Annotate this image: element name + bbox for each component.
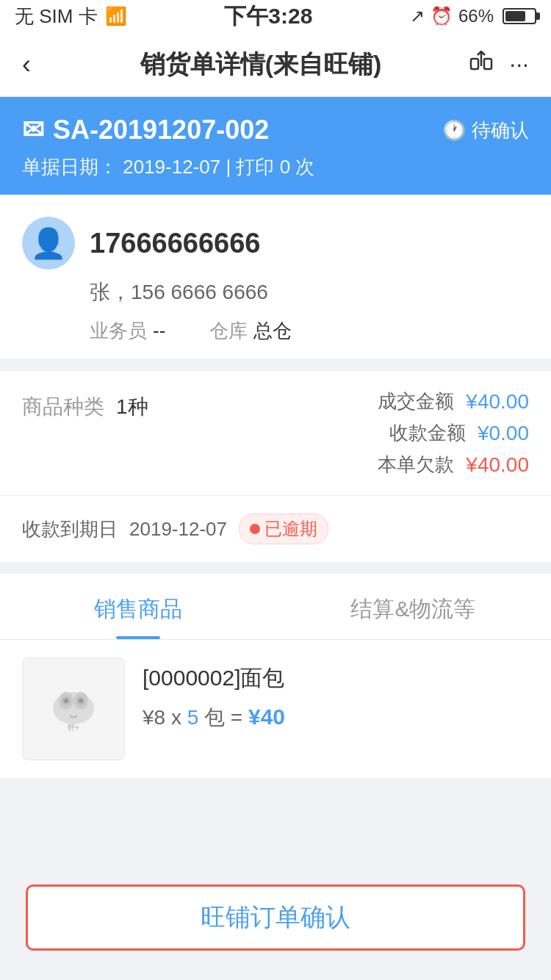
- nav-title: 销货单详情(来自旺铺): [66, 48, 455, 82]
- share-button[interactable]: [468, 48, 494, 81]
- payment-due-date: 2019-12-07: [129, 518, 227, 541]
- due-label: 本单欠款: [378, 452, 454, 478]
- time-display: 下午3:28: [224, 1, 312, 32]
- overdue-dot: [250, 524, 260, 534]
- customer-meta: 业务员 -- 仓库 总仓: [90, 318, 529, 344]
- summary-section: 商品种类 1种 成交金额 ¥40.00 收款金额 ¥0.00 本单欠款 ¥40.…: [0, 370, 551, 495]
- svg-text:野+: 野+: [68, 724, 79, 732]
- product-name: [0000002]面包: [143, 663, 529, 693]
- location-icon: ↗: [410, 6, 425, 26]
- warehouse-label: 仓库: [209, 318, 248, 344]
- product-type-label: 商品种类: [22, 393, 104, 421]
- nav-actions: ···: [455, 48, 529, 81]
- order-date: 2019-12-07: [123, 156, 220, 178]
- carrier-text: 无 SIM 卡: [15, 4, 98, 29]
- alarm-icon: ⏰: [431, 6, 453, 26]
- status-clock-icon: 🕐: [442, 119, 466, 142]
- battery-icon: [503, 8, 536, 24]
- svg-rect-0: [471, 59, 478, 69]
- product-list: 野+ [0000002]面包 ¥8 x 5 包 = ¥40: [0, 640, 551, 778]
- customer-name: 张，156 6666 6666: [90, 278, 529, 306]
- summary-right: 成交金额 ¥40.00 收款金额 ¥0.00 本单欠款 ¥40.00: [378, 389, 529, 478]
- product-type-count: 1种: [116, 393, 148, 421]
- payment-due-label: 收款到期日: [22, 516, 118, 542]
- warehouse-item: 仓库 总仓: [209, 318, 292, 344]
- unit-price: ¥8: [143, 706, 165, 729]
- order-status: 🕐 待确认: [442, 118, 529, 143]
- wifi-icon: 📶: [105, 6, 127, 26]
- order-id-text: SA-20191207-002: [53, 115, 269, 145]
- avatar-icon: 👤: [30, 226, 67, 261]
- tab-sales-products[interactable]: 销售商品: [0, 574, 276, 639]
- warehouse-value: 总仓: [253, 318, 292, 344]
- print-unit: 次: [295, 156, 314, 178]
- tabs-section: 销售商品 结算&物流等: [0, 574, 551, 778]
- total-price: ¥40: [248, 705, 285, 729]
- confirm-button-wrap: 旺铺订单确认: [26, 884, 525, 951]
- status-right: ↗ ⏰ 66%: [410, 6, 536, 26]
- print-count: 0: [280, 156, 290, 178]
- product-image-placeholder: 野+: [44, 675, 103, 743]
- received-value: ¥0.00: [478, 422, 529, 445]
- avatar: 👤: [22, 217, 75, 270]
- more-button[interactable]: ···: [509, 51, 529, 78]
- order-icon: ✉: [22, 115, 44, 145]
- product-thumbnail: 野+: [22, 657, 125, 760]
- received-item: 收款金额 ¥0.00: [389, 420, 529, 446]
- product-price-row: ¥8 x 5 包 = ¥40: [143, 704, 529, 732]
- order-header: ✉ SA-20191207-002 🕐 待确认 单据日期： 2019-12-07…: [0, 97, 551, 195]
- payment-due-section: 收款到期日 2019-12-07 已逾期: [0, 495, 551, 562]
- payment-due-row: 收款到期日 2019-12-07 已逾期: [22, 514, 529, 544]
- customer-phone[interactable]: 17666666666: [90, 228, 260, 259]
- product-item: 野+ [0000002]面包 ¥8 x 5 包 = ¥40: [22, 657, 529, 760]
- svg-point-8: [79, 699, 83, 703]
- order-date-row: 单据日期： 2019-12-07 | 打印 0 次: [22, 154, 529, 180]
- tab-settlement-logistics[interactable]: 结算&物流等: [276, 574, 551, 639]
- multiply-sign: x: [171, 706, 187, 729]
- status-text: 待确认: [472, 118, 529, 143]
- overdue-badge: 已逾期: [239, 514, 328, 544]
- salesperson-item: 业务员 --: [90, 318, 165, 344]
- nav-bar: ‹ 销货单详情(来自旺铺) ···: [0, 32, 551, 97]
- customer-row: 👤 17666666666: [22, 217, 529, 270]
- print-label: | 打印: [226, 156, 279, 178]
- unit: 包: [204, 706, 225, 729]
- due-item: 本单欠款 ¥40.00: [378, 452, 529, 478]
- salesperson-value: --: [153, 320, 165, 342]
- summary-left: 商品种类 1种: [22, 389, 148, 421]
- order-id-row: ✉ SA-20191207-002 🕐 待确认: [22, 115, 529, 145]
- received-label: 收款金额: [389, 420, 466, 446]
- status-left: 无 SIM 卡 📶: [15, 4, 127, 29]
- summary-row: 商品种类 1种 成交金额 ¥40.00 收款金额 ¥0.00 本单欠款 ¥40.…: [22, 389, 529, 478]
- date-label: 单据日期：: [22, 156, 118, 178]
- confirm-order-button[interactable]: 旺铺订单确认: [26, 884, 525, 951]
- svg-point-2: [53, 692, 94, 724]
- order-id: ✉ SA-20191207-002: [22, 115, 269, 145]
- quantity: 5: [187, 706, 199, 729]
- equals-sign: =: [231, 706, 248, 729]
- status-bar: 无 SIM 卡 📶 下午3:28 ↗ ⏰ 66%: [0, 0, 551, 32]
- svg-point-7: [64, 699, 68, 703]
- overdue-text: 已逾期: [264, 517, 317, 541]
- customer-card: 👤 17666666666 张，156 6666 6666 业务员 -- 仓库 …: [0, 195, 551, 359]
- tabs-row: 销售商品 结算&物流等: [0, 574, 551, 640]
- product-info: [0000002]面包 ¥8 x 5 包 = ¥40: [143, 657, 529, 732]
- amount-value: ¥40.00: [466, 390, 529, 414]
- amount-item: 成交金额 ¥40.00: [378, 389, 529, 414]
- amount-label: 成交金额: [378, 389, 454, 414]
- svg-rect-1: [484, 59, 491, 69]
- due-value: ¥40.00: [466, 453, 529, 477]
- back-button[interactable]: ‹: [22, 49, 66, 80]
- salesperson-label: 业务员: [90, 318, 147, 344]
- battery-percent: 66%: [458, 6, 494, 26]
- section-divider: [0, 562, 551, 574]
